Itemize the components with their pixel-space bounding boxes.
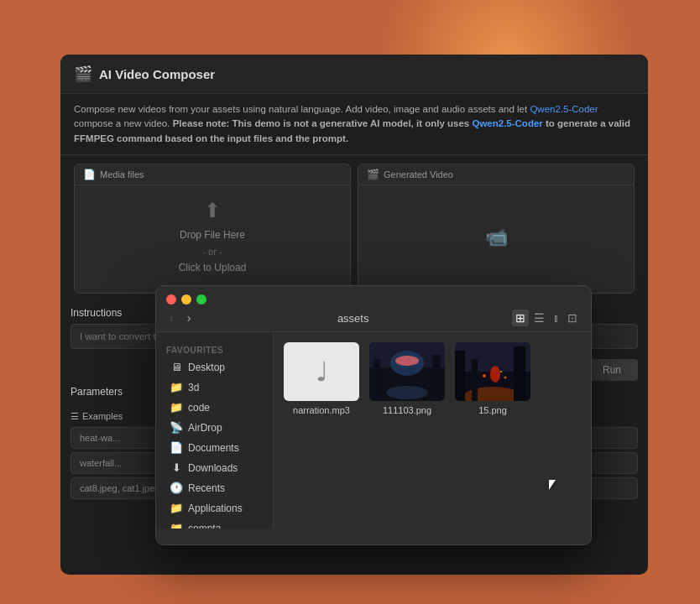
image2-thumbnail <box>455 342 530 401</box>
image1-svg <box>369 342 445 401</box>
favorites-group-label: Favourites <box>156 341 273 357</box>
generated-video-header: 🎬 Generated Video <box>358 164 634 185</box>
run-button[interactable]: Run <box>586 359 638 381</box>
qwen-link-1[interactable]: Qwen2.5-Coder <box>530 104 598 114</box>
documents-icon: 📄 <box>170 441 183 454</box>
fp-gallery-view-button[interactable]: ⊡ <box>564 310 581 326</box>
svg-rect-12 <box>472 359 478 401</box>
or-text: - or - <box>202 247 222 257</box>
fp-back-button[interactable]: ‹ <box>166 310 177 326</box>
svg-point-14 <box>483 374 486 378</box>
sidebar-item-compta-label: compta <box>188 523 221 529</box>
sidebar-item-code-label: code <box>188 402 210 414</box>
3d-folder-icon: 📁 <box>170 381 183 393</box>
generated-video-panel: 🎬 Generated Video 📹 <box>358 164 635 294</box>
image2-svg <box>455 342 530 401</box>
svg-point-16 <box>500 371 502 372</box>
fp-column-view-button[interactable]: ⫾ <box>550 310 562 326</box>
audio-thumbnail: ♩ <box>284 342 359 401</box>
downloads-icon: ⬇ <box>170 461 183 474</box>
applications-icon: 📁 <box>170 502 183 514</box>
sidebar-item-documents[interactable]: 📄 Documents <box>159 438 269 457</box>
media-files-body[interactable]: ⬆ Drop File Here - or - Click to Upload <box>75 185 350 290</box>
fp-content: ♩ narration.mp3 <box>274 332 591 528</box>
media-files-label: Media files <box>100 169 144 180</box>
svg-point-6 <box>386 386 428 399</box>
sidebar-item-downloads[interactable]: ⬇ Downloads <box>159 458 269 477</box>
sidebar-item-applications[interactable]: 📁 Applications <box>159 498 269 518</box>
sidebar-item-desktop[interactable]: 🖥 Desktop <box>159 357 269 377</box>
desc-before-link1: Compose new videos from your assets usin… <box>74 104 530 114</box>
examples-label: Examples <box>82 411 123 421</box>
file-111103-png[interactable]: 111103.png <box>369 342 445 415</box>
file-name-111103: 111103.png <box>383 405 431 415</box>
sidebar-item-recents[interactable]: 🕐 Recents <box>159 478 269 497</box>
qwen-link-2[interactable]: Qwen2.5-Coder <box>472 118 542 128</box>
close-button[interactable] <box>166 294 176 305</box>
svg-rect-4 <box>432 355 441 401</box>
file-name-narration: narration.mp3 <box>293 405 350 415</box>
title-bar: 🎬 AI Video Composer <box>60 55 648 94</box>
desc-bold: Please note: This demo is not a generati… <box>173 118 473 128</box>
file-name-15: 15.png <box>478 405 507 415</box>
music-note-icon: ♩ <box>316 356 328 388</box>
fp-sidebar: Favourites 🖥 Desktop 📁 3d 📁 code 📡 AirDr… <box>156 332 274 528</box>
fp-body: Favourites 🖥 Desktop 📁 3d 📁 code 📡 AirDr… <box>156 332 591 528</box>
generated-video-label: Generated Video <box>384 169 453 180</box>
desc-after-link1: compose a new video. <box>74 118 173 128</box>
media-files-panel: 📄 Media files ⬆ Drop File Here - or - Cl… <box>74 164 351 294</box>
list-icon: ☰ <box>71 411 79 422</box>
svg-point-5 <box>395 356 419 366</box>
svg-rect-3 <box>374 359 380 401</box>
video-panel-icon: 🎬 <box>367 169 379 180</box>
svg-rect-11 <box>514 346 525 401</box>
image1-thumbnail <box>369 342 445 401</box>
sidebar-item-downloads-label: Downloads <box>188 462 238 474</box>
sidebar-item-recents-label: Recents <box>188 482 225 494</box>
svg-rect-10 <box>455 351 465 401</box>
app-icon: 🎬 <box>74 65 92 83</box>
recents-icon: 🕐 <box>170 482 183 494</box>
svg-point-13 <box>490 366 500 383</box>
traffic-lights <box>156 286 591 305</box>
maximize-button[interactable] <box>196 294 206 305</box>
fp-view-icons: ⊞ ☰ ⫾ ⊡ <box>512 310 581 326</box>
fp-grid-view-button[interactable]: ⊞ <box>512 310 529 326</box>
sidebar-item-compta[interactable]: 📁 compta <box>159 518 269 528</box>
sidebar-item-3d-label: 3d <box>188 382 199 393</box>
desktop-icon: 🖥 <box>170 361 183 373</box>
upload-icon: ⬆ <box>204 199 221 222</box>
sidebar-item-airdrop-label: AirDrop <box>188 422 222 434</box>
window-title: AI Video Composer <box>99 67 215 81</box>
drop-text: Drop File Here <box>180 229 245 241</box>
fp-list-view-button[interactable]: ☰ <box>530 310 548 326</box>
fp-toolbar: ‹ › assets ⊞ ☰ ⫾ ⊡ <box>156 305 591 332</box>
sidebar-item-code[interactable]: 📁 code <box>159 398 269 417</box>
code-folder-icon: 📁 <box>170 401 183 414</box>
svg-point-15 <box>504 377 507 379</box>
file-picker-dialog: ‹ › assets ⊞ ☰ ⫾ ⊡ Favourites 🖥 Desktop … <box>155 285 592 545</box>
sidebar-item-applications-label: Applications <box>188 502 243 514</box>
file-narration-mp3[interactable]: ♩ narration.mp3 <box>284 342 359 415</box>
compta-folder-icon: 📁 <box>170 522 183 528</box>
file-icon: 📄 <box>83 169 96 180</box>
fp-current-path: assets <box>201 312 505 325</box>
description-text: Compose new videos from your assets usin… <box>60 94 648 155</box>
file-15-png[interactable]: 15.png <box>455 342 530 415</box>
minimize-button[interactable] <box>181 294 191 305</box>
click-upload-text: Click to Upload <box>179 262 247 273</box>
panels-row: 📄 Media files ⬆ Drop File Here - or - Cl… <box>60 155 648 302</box>
sidebar-item-desktop-label: Desktop <box>188 362 225 373</box>
upload-text: Drop File Here - or - Click to Upload <box>179 227 247 276</box>
media-files-header: 📄 Media files <box>75 164 350 185</box>
airdrop-icon: 📡 <box>170 421 183 434</box>
video-placeholder-icon: 📹 <box>485 226 508 248</box>
generated-video-body: 📹 <box>358 185 634 290</box>
fp-forward-button[interactable]: › <box>184 310 195 326</box>
sidebar-item-3d[interactable]: 📁 3d <box>159 378 269 397</box>
sidebar-item-documents-label: Documents <box>188 442 239 454</box>
sidebar-item-airdrop[interactable]: 📡 AirDrop <box>159 418 269 437</box>
